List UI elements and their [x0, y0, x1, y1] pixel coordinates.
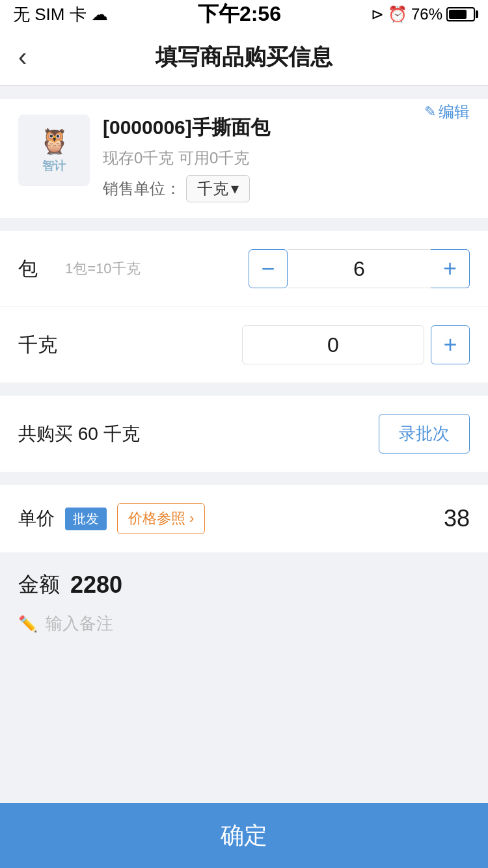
remark-row[interactable]: ✏️ 输入备注 [18, 612, 470, 648]
product-logo-icon: 🦉 [39, 127, 70, 156]
battery-icon [446, 7, 475, 21]
price-ref-button[interactable]: 价格参照 › [117, 503, 205, 534]
product-info: [0000006]手撕面包 现存0千克 可用0千克 销售单位： 千克 ▾ [103, 115, 470, 202]
confirm-button[interactable]: 确定 [0, 803, 488, 868]
nav-bar: ‹ 填写商品购买信息 [0, 29, 488, 86]
product-name: [0000006]手撕面包 [103, 115, 470, 141]
back-button[interactable]: ‹ [18, 42, 27, 72]
product-card: 🦉 智计 [0000006]手撕面包 现存0千克 可用0千克 销售单位： 千克 … [0, 99, 488, 218]
bao-controls: − + [249, 249, 470, 288]
edit-button[interactable]: ✎ 编辑 [424, 102, 470, 122]
kg-plus-button[interactable]: + [431, 325, 470, 364]
status-carrier: 无 SIM 卡 ☁ [13, 3, 108, 26]
page-title: 填写商品购买信息 [156, 42, 332, 72]
bao-plus-button[interactable]: + [431, 249, 470, 288]
kg-row: 千克 + [0, 307, 488, 383]
amount-section: 金额 2280 ✏️ 输入备注 [0, 552, 488, 648]
battery-fill [449, 10, 467, 19]
bao-input[interactable] [288, 249, 431, 288]
chevron-down-icon: ▾ [231, 180, 239, 198]
price-value: 38 [444, 505, 470, 532]
remark-placeholder: 输入备注 [46, 612, 113, 635]
content-spacer [0, 648, 488, 803]
kg-controls: + [242, 325, 470, 364]
edit-label: 编辑 [439, 102, 470, 122]
kg-input[interactable] [242, 325, 424, 364]
price-label: 单价 [18, 506, 55, 531]
pencil-icon: ✏️ [18, 615, 38, 633]
unit-select[interactable]: 千克 ▾ [186, 175, 250, 202]
location-icon: ⊳ [371, 5, 384, 23]
status-time: 下午2:56 [198, 0, 281, 29]
bao-sublabel: 1包=10千克 [65, 259, 249, 278]
price-section: 单价 批发 价格参照 › 38 [0, 485, 488, 552]
amount-row: 金额 2280 [18, 571, 470, 599]
status-bar: 无 SIM 卡 ☁ 下午2:56 ⊳ ⏰ 76% [0, 0, 488, 29]
product-logo-text: 智计 [42, 158, 66, 174]
amount-label: 金额 [18, 571, 60, 599]
summary-row: 共购买 60 千克 录批次 [0, 396, 488, 472]
bao-label: 包 [18, 256, 57, 282]
edit-icon: ✎ [424, 103, 436, 120]
summary-text: 共购买 60 千克 [18, 422, 140, 446]
battery-percent: 76% [411, 5, 442, 23]
product-thumbnail: 🦉 智计 [18, 115, 90, 186]
quantity-section: 包 1包=10千克 − + 千克 + [0, 231, 488, 383]
status-right: ⊳ ⏰ 76% [371, 5, 475, 23]
product-card-wrapper: 🦉 智计 [0000006]手撕面包 现存0千克 可用0千克 销售单位： 千克 … [0, 86, 488, 218]
amount-value: 2280 [70, 571, 122, 599]
product-unit-label: 销售单位： [103, 178, 181, 199]
record-batch-button[interactable]: 录批次 [379, 414, 470, 454]
unit-value: 千克 [197, 178, 228, 199]
product-stock: 现存0千克 可用0千克 [103, 148, 470, 169]
bao-minus-button[interactable]: − [249, 249, 288, 288]
bao-row: 包 1包=10千克 − + [0, 231, 488, 307]
alarm-icon: ⏰ [388, 5, 407, 23]
price-row: 单价 批发 价格参照 › 38 [0, 485, 488, 552]
kg-label: 千克 [18, 332, 57, 359]
batch-tag: 批发 [65, 508, 107, 530]
product-unit-row: 销售单位： 千克 ▾ [103, 175, 470, 202]
